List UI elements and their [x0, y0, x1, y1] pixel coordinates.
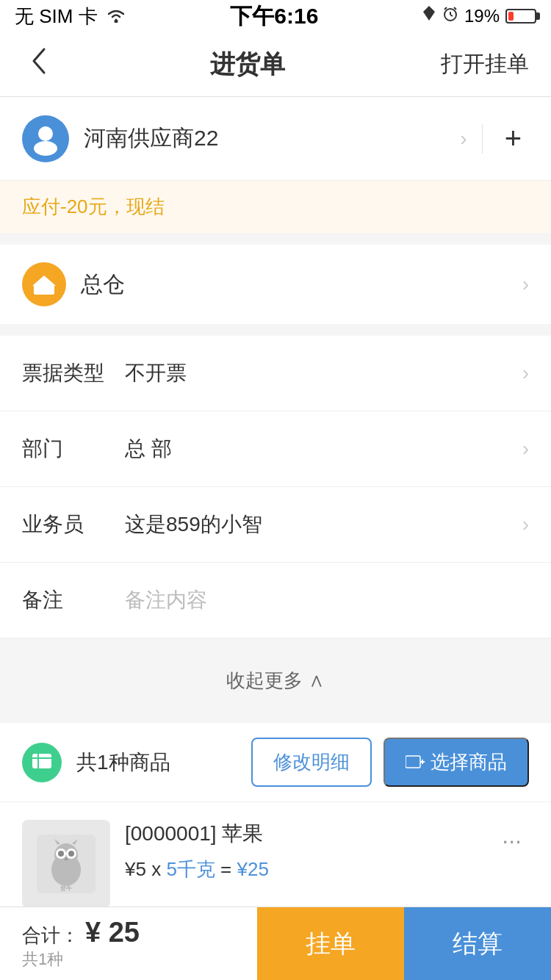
location-icon: [422, 6, 436, 26]
total-amount: ¥ 25: [85, 917, 140, 948]
carrier-text: 无 SIM 卡: [15, 4, 98, 29]
open-hang-button[interactable]: 打开挂单: [441, 49, 529, 79]
salesman-value: 这是859的小智: [125, 511, 522, 538]
wifi-icon: [105, 5, 127, 28]
bill-type-label: 票据类型: [22, 359, 125, 387]
svg-rect-14: [406, 756, 420, 768]
department-row[interactable]: 部门 总 部 ›: [0, 411, 551, 487]
product-more-button[interactable]: ···: [494, 820, 529, 862]
svg-line-3: [450, 15, 453, 16]
supplier-info-banner: 应付-20元，现结: [0, 181, 551, 233]
svg-marker-9: [32, 275, 56, 286]
supplier-avatar: [22, 115, 69, 162]
remark-placeholder: 备注内容: [125, 586, 529, 614]
divider: [482, 124, 483, 154]
battery-text: 19%: [464, 6, 500, 26]
svg-point-22: [58, 851, 64, 857]
product-header: 共1种商品 修改明细 选择商品: [0, 723, 551, 802]
status-bar: 无 SIM 卡 下午6:16 19%: [0, 0, 551, 32]
total-label: 合计： ¥ 25: [22, 917, 235, 948]
svg-rect-11: [32, 754, 51, 768]
bill-type-chevron-icon: ›: [522, 361, 529, 385]
status-bar-time: 下午6:16: [230, 1, 318, 32]
warehouse-icon: [22, 262, 66, 306]
product-code: [0000001]: [125, 822, 222, 845]
total-label-text: 合计：: [22, 923, 79, 948]
warehouse-row[interactable]: 总仓 ›: [0, 245, 551, 324]
department-chevron-icon: ›: [522, 437, 529, 461]
product-equals: =: [220, 858, 237, 880]
remark-label: 备注: [22, 586, 125, 614]
add-supplier-button[interactable]: +: [497, 115, 529, 162]
edit-detail-button[interactable]: 修改明细: [251, 738, 372, 787]
supplier-section: 河南供应商22 › + 应付-20元，现结: [0, 97, 551, 233]
product-info: [0000001] 苹果 ¥5 x 5千克 = ¥25: [125, 820, 494, 882]
product-unit-price: ¥5 x: [125, 858, 166, 880]
remark-row[interactable]: 备注 备注内容: [0, 563, 551, 638]
supplier-chevron-icon: ›: [460, 127, 467, 151]
nav-bar: 进货单 打开挂单: [0, 32, 551, 97]
product-section: 共1种商品 修改明细 选择商品: [0, 723, 551, 926]
form-section: 票据类型 不开票 › 部门 总 部 › 业务员 这是859的小智 › 备注 备注…: [0, 336, 551, 638]
warehouse-chevron-icon: ›: [522, 273, 529, 296]
svg-line-5: [454, 7, 456, 10]
bill-type-row[interactable]: 票据类型 不开票 ›: [0, 336, 551, 411]
product-thumbnail: 督牛: [22, 820, 110, 908]
department-value: 总 部: [125, 435, 522, 463]
bill-type-value: 不开票: [125, 359, 522, 387]
svg-point-0: [114, 19, 118, 23]
status-bar-left: 无 SIM 卡: [15, 4, 127, 29]
status-bar-right: 19%: [422, 6, 536, 26]
supplier-name: 河南供应商22: [84, 123, 460, 154]
salesman-row[interactable]: 业务员 这是859的小智 ›: [0, 487, 551, 563]
svg-point-7: [34, 141, 57, 156]
alarm-icon: [442, 6, 458, 26]
product-cart-icon: [22, 743, 62, 782]
svg-point-23: [68, 851, 74, 857]
page-title: 进货单: [210, 48, 285, 82]
select-product-label: 选择商品: [431, 749, 507, 775]
svg-text:督牛: 督牛: [60, 885, 72, 892]
bottom-bar: 合计： ¥ 25 共1种 挂单 结算: [0, 907, 551, 980]
svg-rect-10: [40, 287, 48, 295]
hang-button[interactable]: 挂单: [257, 907, 404, 981]
checkout-button[interactable]: 结算: [404, 907, 551, 981]
warehouse-name: 总仓: [81, 270, 522, 300]
department-label: 部门: [22, 435, 125, 463]
product-subtotal: ¥25: [237, 858, 269, 880]
product-quantity: 5千克: [166, 858, 215, 880]
salesman-chevron-icon: ›: [522, 513, 529, 536]
svg-line-4: [444, 7, 447, 10]
total-sub-text: 共1种: [22, 948, 235, 970]
product-count-text: 共1种商品: [76, 749, 251, 777]
svg-point-6: [38, 126, 53, 141]
product-title: 苹果: [222, 822, 263, 845]
battery-icon: [505, 9, 536, 24]
bottom-total: 合计： ¥ 25 共1种: [0, 917, 257, 970]
supplier-row[interactable]: 河南供应商22 › +: [0, 97, 551, 181]
salesman-label: 业务员: [22, 511, 125, 538]
back-button[interactable]: [22, 39, 54, 90]
product-price-row: ¥5 x 5千克 = ¥25: [125, 857, 494, 882]
select-product-button[interactable]: 选择商品: [383, 738, 529, 787]
collapse-button[interactable]: 收起更多 ∧: [0, 650, 551, 711]
product-name: [0000001] 苹果: [125, 820, 494, 848]
